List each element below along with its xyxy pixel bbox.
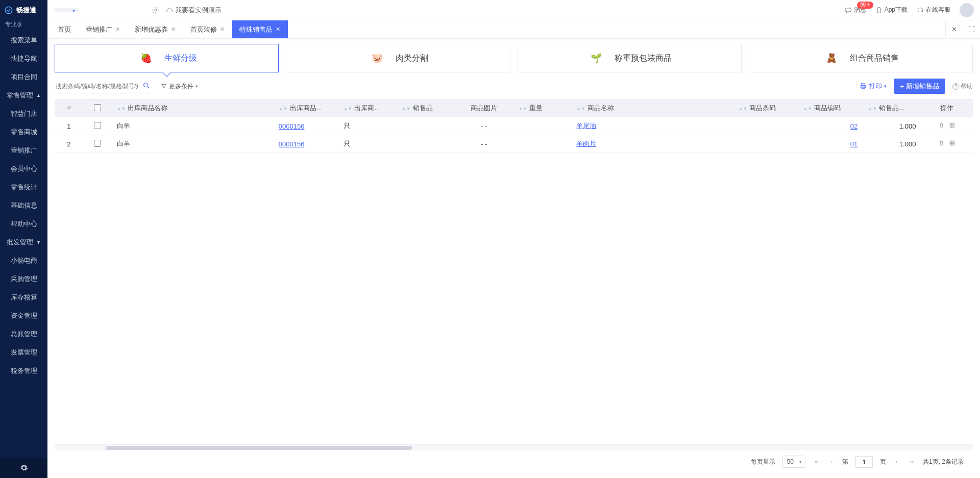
main-area: ▾ 我要看实例演示 消息 99 + App下载 (47, 0, 980, 478)
online-service-button[interactable]: 在线客服 (917, 6, 950, 14)
last-page-button[interactable]: ⇥ (906, 458, 916, 465)
sidebar-item-18[interactable]: 税务管理 (0, 362, 47, 380)
col-out-name[interactable]: 出库商品名称 (128, 104, 167, 112)
sort-icon[interactable]: ▲▼ (576, 108, 585, 110)
sidebar-item-8[interactable]: 零售统计 (0, 178, 47, 196)
cell-out-unit: 只 (338, 117, 397, 135)
category-card-3[interactable]: 🧸组合商品销售 (749, 44, 973, 72)
more-filters-button[interactable]: 更多条件 ▾ (161, 82, 198, 91)
headset-icon (917, 7, 924, 14)
search-input[interactable] (55, 80, 152, 93)
close-icon[interactable]: ✕ (220, 26, 225, 33)
org-settings-button[interactable] (152, 6, 160, 14)
user-menu[interactable] (960, 3, 974, 17)
sidebar-item-1[interactable]: 快捷导航 (0, 49, 47, 68)
sidebar-item-13[interactable]: 采购管理 (0, 270, 47, 288)
sort-icon[interactable]: ▲▼ (344, 108, 353, 110)
category-card-0[interactable]: 🍓生鲜分级 (55, 44, 279, 72)
sidebar-item-0[interactable]: 搜索菜单 (0, 31, 47, 49)
pagination: 每页显示 50 ▾ ⇤ ‹ 第 页 › ⇥ 共1页, 2条记录 (55, 450, 973, 473)
close-icon[interactable]: ✕ (171, 26, 176, 33)
sort-icon[interactable]: ▲▼ (868, 108, 877, 110)
sidebar-item-9[interactable]: 基础信息 (0, 196, 47, 215)
horizontal-scrollbar[interactable] (55, 444, 973, 450)
row-checkbox[interactable] (94, 122, 101, 129)
cell-goods-name-link[interactable]: 羊尾油 (576, 122, 596, 130)
sidebar-item-5[interactable]: 零售商城 (0, 123, 47, 141)
close-icon[interactable]: ✕ (276, 26, 280, 33)
cell-goods-code-link[interactable]: 02 (850, 122, 857, 130)
col-sale-qty[interactable]: 销售品... (879, 104, 904, 112)
sidebar-item-2[interactable]: 项目合同 (0, 68, 47, 86)
col-goods-code[interactable]: 商品编码 (814, 104, 841, 112)
table-settings-button[interactable] (65, 105, 72, 113)
row-checkbox[interactable] (94, 140, 101, 147)
messages-button[interactable]: 消息 99 + (845, 6, 866, 14)
svg-rect-10 (953, 123, 954, 124)
col-sale[interactable]: 销售品 (413, 104, 433, 112)
sidebar-item-4[interactable]: 智慧门店 (0, 105, 47, 123)
cell-goods-code-link[interactable]: 01 (850, 140, 857, 148)
demo-link[interactable]: 我要看实例演示 (166, 6, 222, 15)
sidebar-item-14[interactable]: 库存核算 (0, 288, 47, 307)
col-weight[interactable]: 重量 (529, 104, 543, 112)
category-icon: 🐷 (368, 52, 386, 64)
chevron-icon: ▲ (36, 93, 41, 98)
sidebar-item-16[interactable]: 总账管理 (0, 325, 47, 343)
sort-icon[interactable]: ▲▼ (803, 108, 812, 110)
cell-out-code-link[interactable]: 0000156 (279, 140, 305, 148)
per-page-select[interactable]: 50 ▾ (782, 456, 805, 468)
cell-sale-qty: 1.000 (863, 135, 921, 153)
next-page-button[interactable]: › (893, 458, 899, 465)
sidebar-item-6[interactable]: 营销推广 (0, 141, 47, 160)
tab-2[interactable]: 新增优惠券✕ (128, 20, 183, 38)
category-card-2[interactable]: 🌱称重预包装商品 (518, 44, 742, 72)
col-goods-name[interactable]: 商品名称 (587, 104, 614, 112)
add-sales-item-button[interactable]: + 新增销售品 (894, 79, 945, 94)
sidebar-item-11[interactable]: 批发管理▼ (0, 233, 47, 251)
print-button[interactable]: 打印 ▾ (860, 82, 887, 91)
col-out-code[interactable]: 出库商品... (290, 104, 322, 112)
phone-icon (875, 7, 883, 14)
sidebar-item-7[interactable]: 会员中心 (0, 160, 47, 178)
sidebar-item-10[interactable]: 帮助中心 (0, 215, 47, 233)
col-barcode[interactable]: 商品条码 (749, 104, 776, 112)
brand-icon (4, 6, 13, 15)
sort-icon[interactable]: ▲▼ (402, 108, 411, 110)
sort-icon[interactable]: ▲▼ (518, 108, 527, 110)
sidebar-settings-button[interactable] (0, 458, 47, 478)
cell-goods-name-link[interactable]: 羊肉片 (576, 140, 596, 147)
cell-out-code-link[interactable]: 0000156 (279, 122, 305, 130)
prev-page-button[interactable]: ‹ (829, 458, 835, 465)
tab-1[interactable]: 营销推广✕ (79, 20, 128, 38)
close-icon[interactable]: ✕ (115, 26, 120, 33)
select-all-checkbox[interactable] (94, 104, 101, 111)
page-input[interactable] (855, 456, 873, 468)
list-toolbar: 更多条件 ▾ 打印 ▾ + 新增销售品 ? 帮助 (55, 79, 973, 94)
sort-icon[interactable]: ▲▼ (117, 108, 126, 110)
search-icon[interactable] (142, 82, 151, 91)
sort-icon[interactable]: ▲▼ (279, 108, 288, 110)
col-out-unit[interactable]: 出库商... (354, 104, 380, 112)
sidebar-item-12[interactable]: 小畅电商 (0, 251, 47, 270)
fullscreen-button[interactable]: ⛶ (963, 20, 980, 39)
category-label: 生鲜分级 (164, 53, 197, 64)
more-row-button[interactable] (949, 122, 955, 130)
app-download-button[interactable]: App下载 (875, 6, 908, 14)
tab-0[interactable]: 首页 (51, 20, 79, 38)
category-card-1[interactable]: 🐷肉类分割 (286, 44, 510, 72)
first-page-button[interactable]: ⇤ (813, 458, 822, 465)
org-selector[interactable]: ▾ (54, 8, 145, 12)
close-all-tabs-button[interactable]: ✕ (945, 20, 963, 39)
more-row-button[interactable] (949, 140, 955, 148)
svg-rect-14 (953, 141, 954, 142)
delete-row-button[interactable] (938, 122, 945, 130)
tab-3[interactable]: 首页装修✕ (183, 20, 232, 38)
sidebar-item-3[interactable]: 零售管理▲ (0, 86, 47, 105)
help-button[interactable]: ? 帮助 (952, 82, 973, 91)
sidebar-item-17[interactable]: 发票管理 (0, 343, 47, 362)
delete-row-button[interactable] (938, 140, 945, 148)
tab-4[interactable]: 特殊销售品✕ (232, 20, 288, 38)
sidebar-item-15[interactable]: 资金管理 (0, 307, 47, 325)
sort-icon[interactable]: ▲▼ (739, 108, 748, 110)
